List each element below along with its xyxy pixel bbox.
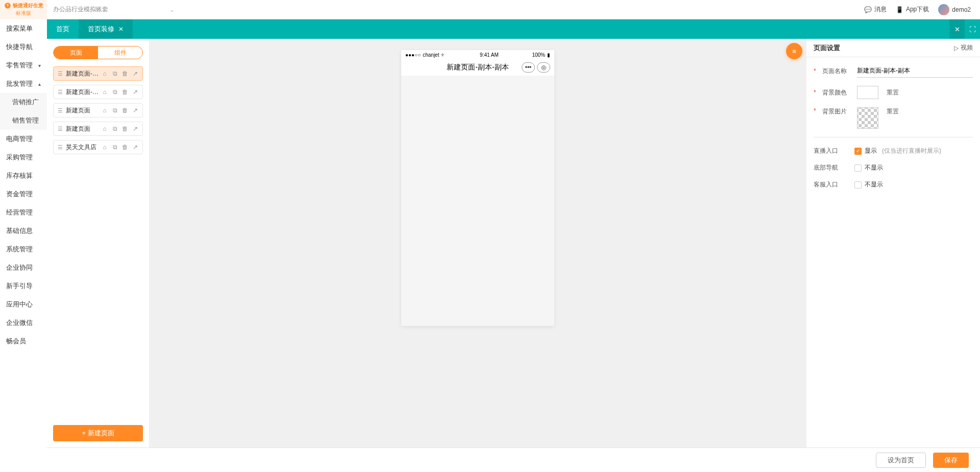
copy-icon[interactable]: ⧉ xyxy=(111,106,119,114)
home-icon[interactable]: ⌂ xyxy=(101,143,109,151)
save-button[interactable]: 保存 xyxy=(933,453,969,468)
signal-icon: ●●●○○ xyxy=(405,52,421,58)
bg-image-picker[interactable] xyxy=(857,107,878,129)
checkbox-icon: ✓ xyxy=(854,148,862,155)
brand-text: 畅捷通好生意 xyxy=(13,2,43,9)
top-right: 💬 消息 📱 App下载 demo2 xyxy=(864,4,980,15)
battery-icon: ▮ xyxy=(547,52,550,58)
sidebar-item[interactable]: 新手引导 xyxy=(0,277,47,295)
page-row[interactable]: ☰ 新建页面 ⌂ ⧉ 🗑 ↗ xyxy=(53,122,143,136)
sidebar-item[interactable]: 企业协同 xyxy=(0,258,47,277)
bg-color-label: 背景颜色 xyxy=(822,88,852,97)
copy-icon[interactable]: ⧉ xyxy=(111,88,119,96)
page-row[interactable]: ☰ 新建页面-副本-… ⌂ ⧉ 🗑 ↗ xyxy=(53,66,143,81)
sidebar-item[interactable]: 经营管理 xyxy=(0,203,47,222)
home-icon[interactable]: ⌂ xyxy=(101,106,109,114)
sidebar-item[interactable]: 资金管理 xyxy=(0,185,47,203)
share-icon[interactable]: ↗ xyxy=(131,69,139,78)
delete-icon[interactable]: 🗑 xyxy=(121,69,129,78)
sidebar-item[interactable]: 企业微信 xyxy=(0,314,47,332)
messages-button[interactable]: 💬 消息 xyxy=(864,5,887,14)
settings-panel: 页面设置 ▷ 视频 * 页面名称 * 背景颜色 xyxy=(806,39,980,447)
fullscreen-button[interactable]: ⛶ xyxy=(965,19,980,39)
close-icon[interactable]: ✕ xyxy=(118,26,124,33)
delete-icon[interactable]: 🗑 xyxy=(121,143,129,151)
home-icon[interactable]: ⌂ xyxy=(101,88,109,96)
bottom-nav-checkbox[interactable]: 不显示 xyxy=(854,163,883,172)
home-icon[interactable]: ⌂ xyxy=(101,69,109,78)
user-menu[interactable]: demo2 xyxy=(938,4,971,15)
drag-icon[interactable]: ☰ xyxy=(57,89,64,96)
page-row[interactable]: ☰ 新建页面 ⌂ ⧉ 🗑 ↗ xyxy=(53,103,143,117)
drag-icon[interactable]: ☰ xyxy=(57,126,64,132)
page-row[interactable]: ☰ 新建页面-副本 ⌂ ⧉ 🗑 ↗ xyxy=(53,85,143,99)
sidebar-item[interactable]: 库存核算 xyxy=(0,167,47,185)
toggle-components[interactable]: 组件 xyxy=(98,46,142,59)
caret-down-icon: ▾ xyxy=(38,63,41,68)
close-all-button[interactable]: ✕ xyxy=(949,19,965,39)
canvas: ●●●○○ chanjet ᯤ 9:41 AM 100% ▮ 新建页面-副本-副… xyxy=(149,39,806,447)
sidebar-item[interactable]: 电商管理 xyxy=(0,130,47,148)
sidebar-item[interactable]: 应用中心 xyxy=(0,295,47,314)
sidebar-item[interactable]: 批发管理▴ xyxy=(0,75,47,93)
bg-color-reset[interactable]: 重置 xyxy=(884,88,902,97)
sidebar-item[interactable]: 快捷导航 xyxy=(0,38,47,56)
tab-page-design[interactable]: 首页装修 ✕ xyxy=(79,19,133,39)
more-icon[interactable]: ••• xyxy=(522,62,535,73)
bg-color-swatch[interactable] xyxy=(857,86,878,99)
avatar xyxy=(938,4,949,15)
page-component-toggle: 页面 组件 xyxy=(53,46,143,59)
org-selector-label: 办公品行业模拟账套 xyxy=(53,5,108,14)
sidebar-item[interactable]: 零售管理▾ xyxy=(0,56,47,75)
delete-icon[interactable]: 🗑 xyxy=(121,88,129,96)
service-entry-label: 客服入口 xyxy=(814,180,849,189)
video-help-button[interactable]: ▷ 视频 xyxy=(954,43,973,52)
service-entry-checkbox[interactable]: 不显示 xyxy=(854,180,883,189)
page-name-label: 页面名称 xyxy=(822,67,852,76)
copy-icon[interactable]: ⧉ xyxy=(111,125,119,133)
sidebar-item[interactable]: 基础信息 xyxy=(0,222,47,240)
status-time: 9:41 AM xyxy=(480,52,499,58)
set-home-button[interactable]: 设为首页 xyxy=(876,453,926,468)
caret-up-icon: ▴ xyxy=(38,81,41,87)
copy-icon[interactable]: ⧉ xyxy=(111,69,119,78)
bg-image-reset[interactable]: 重置 xyxy=(884,107,902,116)
chevron-down-icon: ⌄ xyxy=(169,6,175,13)
delete-icon[interactable]: 🗑 xyxy=(121,125,129,133)
home-icon[interactable]: ⌂ xyxy=(101,125,109,133)
share-icon[interactable]: ↗ xyxy=(131,106,139,114)
share-icon[interactable]: ↗ xyxy=(131,125,139,133)
page-name-input[interactable] xyxy=(857,64,973,78)
logo-icon xyxy=(4,2,11,9)
footer: 设为首页 保存 xyxy=(47,447,980,472)
copy-icon[interactable]: ⧉ xyxy=(111,143,119,151)
drag-icon[interactable]: ☰ xyxy=(57,107,64,114)
bg-image-label: 背景图片 xyxy=(822,107,852,116)
logo: 畅捷通好生意 标准版 xyxy=(0,0,47,19)
sidebar-item[interactable]: 搜索菜单 xyxy=(0,19,47,38)
edition-badge: 标准版 xyxy=(16,10,31,17)
tab-home[interactable]: 首页 xyxy=(47,19,79,39)
drag-icon[interactable]: ☰ xyxy=(57,144,64,151)
app-download-button[interactable]: 📱 App下载 xyxy=(896,5,929,14)
tab-strip: 首页 首页装修 ✕ ✕ ⛶ xyxy=(47,19,980,39)
new-page-button[interactable]: + 新建页面 xyxy=(53,425,143,441)
live-entry-checkbox[interactable]: ✓ 显示 (仅当进行直播时展示) xyxy=(854,147,941,155)
play-icon: ▷ xyxy=(954,44,959,52)
toggle-pages[interactable]: 页面 xyxy=(54,46,98,59)
sidebar-item[interactable]: 采购管理 xyxy=(0,148,47,167)
preview-body[interactable] xyxy=(401,76,554,326)
share-icon[interactable]: ↗ xyxy=(131,143,139,151)
target-icon[interactable]: ◎ xyxy=(537,62,550,73)
sidebar-item[interactable]: 畅会员 xyxy=(0,332,47,350)
sidebar-subitem[interactable]: 营销推广 xyxy=(0,93,47,111)
live-entry-label: 直播入口 xyxy=(814,147,849,155)
component-drawer-button[interactable]: ≡ xyxy=(786,43,802,59)
share-icon[interactable]: ↗ xyxy=(131,88,139,96)
sidebar-item[interactable]: 系统管理 xyxy=(0,240,47,258)
sidebar-subitem[interactable]: 销售管理 xyxy=(0,111,47,130)
org-selector[interactable]: 办公品行业模拟账套 ⌄ xyxy=(53,5,175,14)
drag-icon[interactable]: ☰ xyxy=(57,70,64,77)
delete-icon[interactable]: 🗑 xyxy=(121,106,129,114)
page-row[interactable]: ☰ 昊天文具店 ⌂ ⧉ 🗑 ↗ xyxy=(53,140,143,154)
